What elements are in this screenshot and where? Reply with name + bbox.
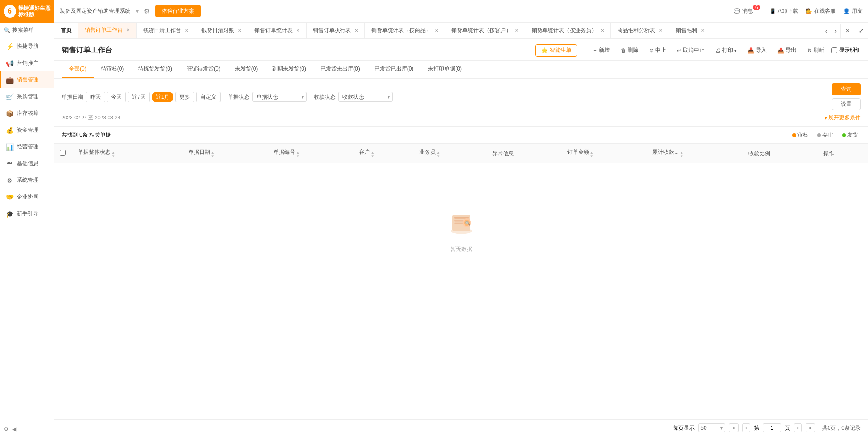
tab-sales-exec[interactable]: 销售订单执行表✕: [307, 23, 365, 38]
cancel-review-btn[interactable]: 弃审: [815, 130, 836, 140]
per-page-select[interactable]: 50 10 20 100: [698, 423, 725, 432]
tab-close-sales-by-customer[interactable]: ✕: [515, 28, 518, 33]
finance-icon: 💰: [5, 127, 14, 134]
filter-tab-not-printed[interactable]: 未打印单据(0): [421, 61, 469, 78]
tab-close-sales-by-product[interactable]: ✕: [435, 28, 438, 33]
tab-cash-reconcile[interactable]: 钱货日清对账✕: [195, 23, 248, 38]
stop-btn[interactable]: ⊘ 中止: [646, 45, 670, 56]
query-btn[interactable]: 查询: [832, 83, 861, 95]
date-btn-more[interactable]: 更多: [175, 92, 194, 102]
date-btn-today[interactable]: 今天: [107, 92, 126, 102]
tab-sales-by-staff[interactable]: 销货单统计表（按业务员）✕: [525, 23, 611, 38]
date-btn-recent7[interactable]: 近7天: [128, 92, 150, 102]
filter-tab-label-shipped-out: 已发货已出库(0): [374, 66, 414, 72]
filter-tab-pending-review[interactable]: 待审核(0): [94, 61, 131, 78]
tab-home[interactable]: 首页: [54, 23, 78, 38]
import-btn[interactable]: 📥 导入: [744, 45, 770, 56]
delete-btn[interactable]: 🗑 删除: [617, 45, 642, 56]
cancel-stop-btn[interactable]: ↩ 取消中止: [673, 45, 708, 56]
prev-page-btn[interactable]: ‹: [742, 423, 750, 432]
online-service-btn[interactable]: 💁 在线客服: [806, 7, 836, 15]
col-header-col-staff[interactable]: 业务员▲▼: [414, 144, 487, 163]
date-btn-recent1m[interactable]: 近1月: [152, 92, 174, 102]
tab-scroll-left[interactable]: ‹: [822, 27, 831, 34]
col-header-col-collected[interactable]: 累计收款...▲▼: [647, 144, 743, 163]
col-header-col-status[interactable]: 单据整体状态▲▼: [72, 144, 183, 163]
gear-icon[interactable]: ⚙: [144, 8, 150, 15]
col-header-col-customer[interactable]: 客户▲▼: [354, 144, 414, 163]
page-input[interactable]: [763, 423, 781, 432]
tab-close-sales-by-staff[interactable]: ✕: [600, 28, 604, 33]
tab-fullscreen[interactable]: ⤢: [854, 24, 868, 38]
add-btn[interactable]: ＋ 新增: [589, 45, 614, 56]
sidebar-item-enterprise[interactable]: 🤝企业协同: [0, 189, 54, 205]
collapse-icon[interactable]: ◀: [12, 426, 16, 432]
filter-tab-shipped-out[interactable]: 已发货已出库(0): [367, 61, 421, 78]
select-all-checkbox[interactable]: [60, 150, 66, 156]
filter-tab-wangpu-pending[interactable]: 旺铺待发货(0): [179, 61, 228, 78]
tab-cash-clearing[interactable]: 钱货日清工作台✕: [137, 23, 195, 38]
tab-close-sales-workbench[interactable]: ✕: [126, 28, 130, 33]
filter-tab-overdue-not-shipped[interactable]: 到期未发货(0): [265, 61, 313, 78]
sidebar-label-enterprise: 企业协同: [17, 193, 38, 201]
tab-sales-by-customer[interactable]: 销货单统计表（按客户）✕: [445, 23, 525, 38]
set-btn[interactable]: 设置: [832, 98, 861, 110]
sidebar-item-operations[interactable]: 📊经营管理: [0, 138, 54, 155]
user-btn[interactable]: 👤 用友: [843, 7, 863, 15]
filter-tab-not-shipped[interactable]: 未发货(0): [228, 61, 265, 78]
tab-scroll-right[interactable]: ›: [831, 27, 840, 34]
filter-tab-all[interactable]: 全部(0): [62, 61, 94, 78]
tab-sales-by-product[interactable]: 销货单统计表（按商品）✕: [365, 23, 445, 38]
sidebar-item-quick-nav[interactable]: ⚡快捷导航: [0, 38, 54, 55]
ship-btn[interactable]: 发货: [839, 130, 861, 140]
search-icon: 🔍: [4, 27, 10, 33]
sidebar-item-guide[interactable]: 🎓新手引导: [0, 205, 54, 222]
pay-status-select[interactable]: 收款状态: [338, 92, 393, 102]
refresh-btn[interactable]: ↻ 刷新: [804, 45, 828, 56]
tab-close-margin-analysis[interactable]: ✕: [659, 28, 662, 33]
tab-sales-workbench[interactable]: 销售订单工作台✕: [78, 23, 137, 38]
tab-close-cash-clearing[interactable]: ✕: [185, 28, 188, 33]
tab-sales-profit[interactable]: 销售毛利✕: [669, 23, 711, 38]
col-header-col-amount[interactable]: 订单金额▲▼: [562, 144, 647, 163]
tab-margin-analysis[interactable]: 商品毛利分析表✕: [611, 23, 669, 38]
sidebar-item-marketing[interactable]: 📢营销推广: [0, 55, 54, 71]
tab-close-sales-stat[interactable]: ✕: [296, 28, 300, 33]
industry-btn[interactable]: 体验行业方案: [155, 5, 201, 17]
sidebar-item-inventory[interactable]: 📦库存核算: [0, 105, 54, 122]
tab-sales-stat[interactable]: 销售订单统计表✕: [248, 23, 307, 38]
sidebar-search[interactable]: 🔍 搜索菜单: [0, 23, 54, 38]
show-detail-input[interactable]: [831, 47, 837, 53]
status-select[interactable]: 单据状态: [252, 92, 307, 102]
app-download-btn[interactable]: 📱 App下载: [769, 7, 798, 15]
last-page-btn[interactable]: »: [806, 423, 815, 432]
sidebar-item-purchase[interactable]: 🛒采购管理: [0, 88, 54, 105]
tab-close-sales-exec[interactable]: ✕: [355, 28, 358, 33]
sidebar-item-finance[interactable]: 💰资金管理: [0, 122, 54, 138]
stop-icon: ⊘: [649, 47, 654, 54]
review-btn[interactable]: 审核: [790, 130, 811, 140]
sidebar-item-system[interactable]: ⚙系统管理: [0, 172, 54, 189]
system-nav-icon: ▾: [136, 8, 139, 14]
first-page-btn[interactable]: «: [729, 423, 739, 432]
smart-generate-btn[interactable]: ⭐ 智能生单: [535, 44, 577, 57]
settings-icon[interactable]: ⚙: [4, 426, 9, 432]
expand-btn[interactable]: ▾ 展开更多条件: [825, 114, 861, 122]
filter-tab-shipped-not-out[interactable]: 已发货未出库(0): [313, 61, 367, 78]
logo-text: 畅捷通好生意 标准版: [18, 5, 51, 18]
col-header-col-date[interactable]: 单据日期▲▼: [183, 144, 269, 163]
export-btn[interactable]: 📤 导出: [774, 45, 800, 56]
print-btn[interactable]: 🖨 打印 ▾: [712, 45, 740, 56]
tab-close-all[interactable]: ✕: [841, 24, 854, 38]
col-header-col-number[interactable]: 单据编号▲▼: [268, 144, 354, 163]
date-btn-custom[interactable]: 自定义: [196, 92, 221, 102]
next-page-btn[interactable]: ›: [794, 423, 802, 432]
date-btn-yesterday[interactable]: 昨天: [86, 92, 105, 102]
tab-close-sales-profit[interactable]: ✕: [701, 28, 705, 33]
show-detail-checkbox[interactable]: 显示明细: [831, 47, 861, 54]
sidebar-item-sales[interactable]: 💼销售管理: [0, 71, 54, 88]
message-btn[interactable]: 💬消息 6: [734, 7, 762, 15]
sidebar-item-basic[interactable]: 🗃基础信息: [0, 155, 54, 172]
filter-tab-pending-inspect[interactable]: 待拣货发货(0): [131, 61, 179, 78]
tab-close-cash-reconcile[interactable]: ✕: [238, 28, 241, 33]
